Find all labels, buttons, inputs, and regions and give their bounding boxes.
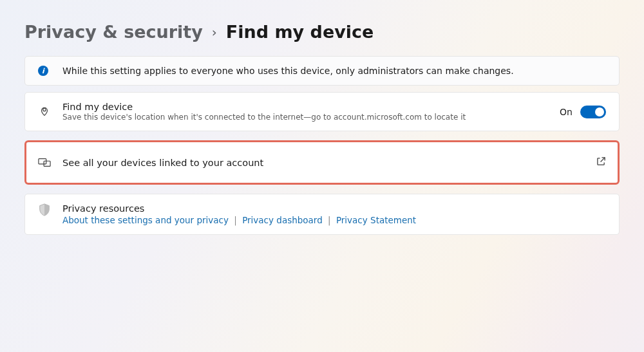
- separator: |: [328, 215, 331, 225]
- see-all-devices-row[interactable]: See all your devices linked to your acco…: [24, 140, 620, 185]
- privacy-dashboard-link[interactable]: Privacy dashboard: [242, 215, 323, 225]
- find-my-device-title: Find my device: [62, 102, 560, 112]
- find-my-device-subtitle: Save this device's location when it's co…: [62, 113, 560, 122]
- info-banner: i While this setting applies to everyone…: [24, 56, 620, 86]
- find-my-device-row: Find my device Save this device's locati…: [24, 92, 620, 131]
- breadcrumb: Privacy & security › Find my device: [24, 22, 620, 42]
- breadcrumb-current: Find my device: [226, 22, 374, 42]
- devices-icon: [38, 158, 51, 168]
- find-my-device-toggle[interactable]: [580, 106, 606, 118]
- see-all-devices-label: See all your devices linked to your acco…: [62, 158, 596, 168]
- info-icon: i: [38, 66, 48, 76]
- privacy-resources-title: Privacy resources: [62, 203, 606, 214]
- privacy-statement-link[interactable]: Privacy Statement: [336, 215, 416, 225]
- privacy-resources-row: Privacy resources About these settings a…: [24, 194, 620, 235]
- about-settings-privacy-link[interactable]: About these settings and your privacy: [62, 215, 229, 225]
- svg-point-0: [43, 108, 46, 111]
- chevron-right-icon: ›: [212, 24, 217, 40]
- separator: |: [234, 215, 237, 225]
- info-banner-text: While this setting applies to everyone w…: [62, 66, 514, 76]
- open-external-icon: [596, 156, 606, 169]
- shield-icon: [38, 203, 51, 216]
- location-person-icon: [38, 106, 51, 118]
- breadcrumb-parent[interactable]: Privacy & security: [24, 22, 203, 42]
- toggle-state-label: On: [560, 107, 573, 117]
